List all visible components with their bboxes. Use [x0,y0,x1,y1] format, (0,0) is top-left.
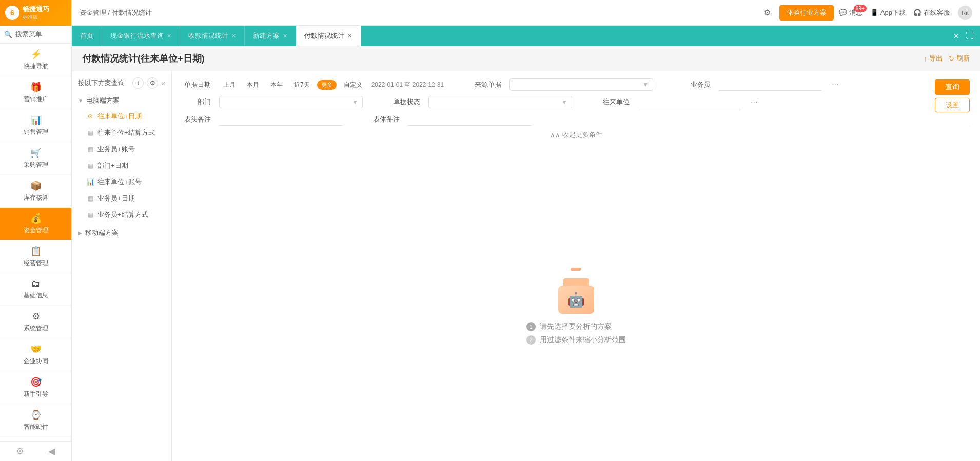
staff-input[interactable] [719,78,821,91]
left-panel-title: 按以下方案查询 [78,78,125,88]
refresh-btn[interactable]: ↻ 刷新 [949,54,970,63]
tab-close-all-btn[interactable]: ✕ [951,29,962,43]
sidebar-item-system[interactable]: ⚙系统管理 [0,306,71,338]
source-select[interactable]: ▼ [509,78,653,91]
tab-new-plan[interactable]: 新建方案✕ [245,26,296,46]
doc-status-select[interactable]: ▼ [428,96,572,108]
sidebar-item-basic[interactable]: 🗂基础信息 [0,273,71,306]
sidebar-item-inventory[interactable]: 📦库存核算 [0,175,71,208]
tab-close-new-plan[interactable]: ✕ [283,33,287,39]
refresh-icon: ↻ [949,55,954,63]
tab-maximize-btn[interactable]: ⛶ [964,29,976,43]
sidebar-nav: ⚡快捷导航🎁营销推广📊销售管理🛒采购管理📦库存核算💰资金管理📋经营管理🗂基础信息… [0,44,71,441]
tab-cash-flow[interactable]: 现金银行流水查询✕ [102,26,180,46]
sidebar-icon-basic: 🗂 [31,278,41,289]
sidebar-item-wechat[interactable]: 💬企业微信 [0,437,71,441]
add-scheme-btn[interactable]: + [132,77,144,89]
scheme-item-partner-account[interactable]: 📊 往来单位+账号 [72,174,171,190]
sidebar-label-purchase: 采购管理 [24,161,48,169]
app-icon: 📱 [870,9,878,16]
partner-input[interactable] [638,96,740,108]
desktop-scheme-header[interactable]: ▼ 电脑端方案 [72,93,171,108]
sidebar-icon-purchase: 🛒 [30,147,42,158]
export-label: 导出 [929,54,943,63]
sidebar-item-hardware[interactable]: ⌚智能硬件 [0,404,71,437]
search-menu[interactable]: 🔍 搜索菜单 [0,26,71,44]
left-panel-collapse-btn[interactable]: « [161,79,165,87]
user-avatar[interactable]: Rit [958,6,972,20]
tip-text-2: 用过滤条件来缩小分析范围 [540,335,626,345]
tab-close-payment-stats[interactable]: ✕ [347,33,352,39]
filter-settings-btn[interactable]: 设置 [935,98,970,112]
sidebar-item-enterprise[interactable]: 🤝企业协同 [0,338,71,371]
date-btn-this-month[interactable]: 本月 [243,79,263,91]
section-expand-icon: ▼ [78,98,83,104]
scheme-item-staff-settle[interactable]: ▦ 业务员+结算方式 [72,207,171,223]
tab-home[interactable]: 首页 [72,26,102,46]
topbar-settings-btn[interactable]: ⚙ [760,6,774,20]
collapse-label: 收起更多条件 [562,130,602,139]
scheme-item-partner-date[interactable]: ⊙ 往来单位+日期 [72,108,171,125]
sidebar-label-system: 系统管理 [24,324,48,333]
scheme-item-icon: ⊙ [86,113,94,120]
header-note-label: 表头备注 [182,115,211,124]
date-btn-custom[interactable]: 自定义 [340,79,366,91]
scheme-settings-btn[interactable]: ⚙ [147,77,158,89]
body-note-input[interactable] [408,113,531,126]
tab-label-receipts: 收款情况统计 [188,31,228,41]
partner-more-btn[interactable]: ··· [751,97,757,107]
staff-label: 业务员 [682,80,711,89]
topbar: 资金管理 / 付款情况统计 ⚙ 体验行业方案 💬 消息 99+ 📱 App下载 … [72,0,980,26]
sidebar-item-marketing[interactable]: 🎁营销推广 [0,76,71,109]
main-content: 资金管理 / 付款情况统计 ⚙ 体验行业方案 💬 消息 99+ 📱 App下载 … [72,0,980,461]
scheme-item-dept-date[interactable]: ▦ 部门+日期 [72,157,171,174]
empty-tip-1: 1 请先选择要分析的方案 [526,322,626,331]
trial-industry-btn[interactable]: 体验行业方案 [779,5,834,21]
service-icon: 🎧 [913,9,922,16]
collapse-more-btn[interactable]: ∧∧ 收起更多条件 [550,130,602,139]
date-btn-this-year[interactable]: 本年 [266,79,287,91]
date-btn-last-month[interactable]: 上月 [219,79,240,91]
topbar-app-download[interactable]: 📱 App下载 [870,8,906,17]
scheme-item-partner-settle[interactable]: ▦ 往来单位+结算方式 [72,125,171,141]
sidebar-item-operation[interactable]: 📋经营管理 [0,240,71,273]
tab-bar: 首页现金银行流水查询✕收款情况统计✕新建方案✕付款情况统计✕ ✕ ⛶ [72,26,980,46]
date-btn-7days[interactable]: 近7天 [290,79,314,91]
tab-payment-stats[interactable]: 付款情况统计✕ [296,26,361,46]
tip-number-1: 1 [526,322,536,331]
empty-tips: 1 请先选择要分析的方案 2 用过滤条件来缩小分析范围 [526,322,626,345]
tab-receipts[interactable]: 收款情况统计✕ [180,26,245,46]
topbar-service-btn[interactable]: 🎧 在线客服 [913,8,950,17]
date-btn-more[interactable]: 更多 [317,80,337,90]
sidebar-item-capital[interactable]: 💰资金管理 [0,208,71,240]
mobile-scheme-header[interactable]: ▶ 移动端方案 [72,225,171,240]
breadcrumb: 资金管理 / 付款情况统计 [80,8,755,17]
empty-tip-2: 2 用过滤条件来缩小分析范围 [526,335,626,345]
sidebar-item-purchase[interactable]: 🛒采购管理 [0,142,71,175]
dept-select[interactable]: ▼ [219,96,363,108]
tab-close-receipts[interactable]: ✕ [231,33,236,39]
staff-more-btn[interactable]: ··· [832,80,838,89]
scheme-item-staff-account[interactable]: ▦ 业务员+账号 [72,141,171,157]
sidebar-label-guide: 新手引导 [24,390,48,398]
scheme-item-label: 往来单位+账号 [97,177,142,187]
partner-label: 往来单位 [601,97,630,107]
topbar-msg-btn[interactable]: 💬 消息 99+ [839,8,863,17]
sidebar-item-guide[interactable]: 🎯新手引导 [0,371,71,404]
export-btn[interactable]: ↑ 导出 [924,54,943,63]
sidebar-settings-icon[interactable]: ⚙ [16,446,24,457]
sidebar-label-marketing: 营销推广 [24,95,48,104]
filter-area: 单据日期 上月 本月 本年 近7天 更多 自定义 2022-01-01 至 20… [172,71,980,151]
sidebar-item-quick-nav[interactable]: ⚡快捷导航 [0,44,71,76]
sidebar-collapse-icon[interactable]: ◀ [48,446,55,457]
query-btn[interactable]: 查询 [935,79,970,95]
sidebar-label-sales: 销售管理 [24,128,48,136]
tab-close-cash-flow[interactable]: ✕ [167,33,171,39]
sidebar-label-inventory: 库存核算 [24,193,48,202]
header-note-input[interactable] [219,113,342,126]
logo-text: 畅捷通巧 标准版 [23,5,49,21]
sidebar-item-sales[interactable]: 📊销售管理 [0,109,71,142]
scheme-item-staff-date[interactable]: ▦ 业务员+日期 [72,190,171,207]
scheme-item-icon: ▦ [86,162,94,169]
scheme-item-icon: ▦ [86,129,94,136]
